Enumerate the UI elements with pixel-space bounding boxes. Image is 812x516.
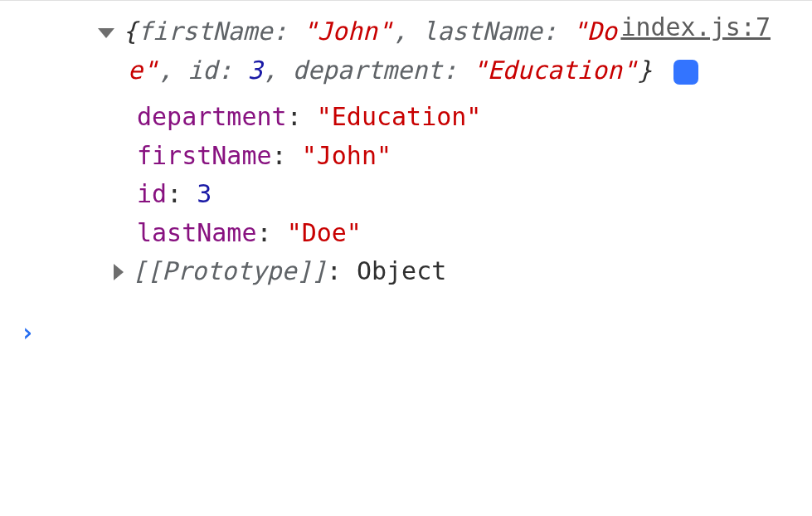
property-row[interactable]: department: "Education" — [137, 98, 795, 137]
property-row[interactable]: firstName: "John" — [137, 137, 795, 176]
object-properties: department: "Education" firstName: "John… — [137, 98, 795, 291]
summary-key-firstname: firstName: — [138, 17, 288, 46]
property-row[interactable]: id: 3 — [137, 175, 795, 214]
property-value: "Education" — [317, 102, 482, 131]
property-key: id — [137, 179, 167, 208]
summary-val-id: 3 — [248, 56, 263, 85]
summary-key-department: department: — [293, 56, 458, 85]
summary-key-lastname: lastName: — [422, 17, 557, 46]
property-value: "Doe" — [287, 218, 362, 247]
chevron-right-icon: › — [20, 318, 35, 347]
summary-val-department: "Education" — [472, 56, 637, 85]
property-row[interactable]: lastName: "Doe" — [137, 214, 795, 253]
summary-val-firstname: "John" — [303, 17, 392, 46]
expand-arrow-right-icon[interactable] — [114, 264, 124, 280]
property-key: lastName — [137, 218, 257, 247]
property-value: 3 — [197, 179, 212, 208]
property-key: firstName — [137, 141, 272, 170]
console-panel: index.js:7 {firstName: "John", lastName:… — [0, 0, 812, 516]
expand-arrow-down-icon[interactable] — [98, 28, 114, 38]
console-prompt[interactable]: › — [0, 318, 812, 347]
brace-close: } — [637, 56, 652, 85]
source-link[interactable]: index.js:7 — [620, 12, 771, 41]
console-log-entry: index.js:7 {firstName: "John", lastName:… — [0, 7, 812, 296]
info-icon[interactable]: i — [673, 60, 698, 85]
property-key: department — [137, 102, 287, 131]
prototype-row[interactable]: [[Prototype]]: Object — [114, 252, 795, 291]
prototype-key: [[Prototype]] — [132, 256, 327, 285]
prototype-value: Object — [357, 256, 446, 285]
brace-open: { — [123, 17, 138, 46]
property-value: "John" — [302, 141, 391, 170]
summary-key-id: id: — [187, 56, 232, 85]
